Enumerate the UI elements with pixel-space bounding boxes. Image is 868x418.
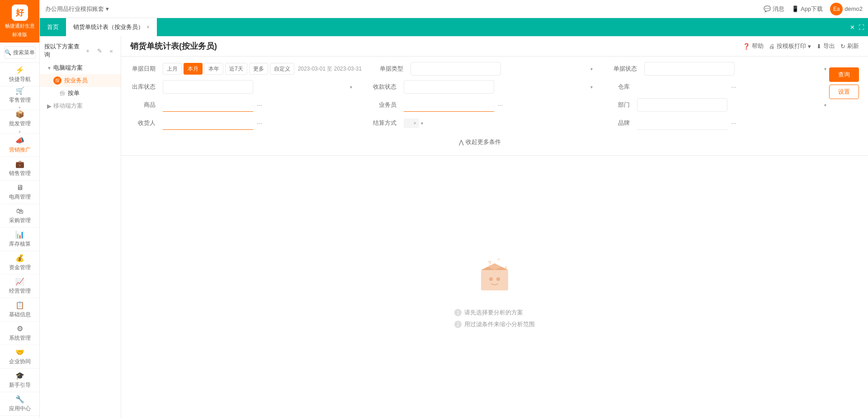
goods-input[interactable] [163,98,253,112]
doc-status-select[interactable] [644,62,735,76]
payment-status-select-wrap: ▾ [404,80,596,94]
sidebar-item-purchase[interactable]: 🛍 采购管理 [0,204,39,228]
payment-status-select[interactable] [404,80,494,94]
logo-text: 畅捷通好生意 [5,23,35,29]
date-btn-this-year[interactable]: 本年 [204,63,223,75]
brand-input[interactable] [637,116,727,130]
help-button[interactable]: ❓ 帮助 [743,42,764,50]
tab-home[interactable]: 首页 [40,18,66,36]
page-actions: ❓ 帮助 🖨 按模板打印 ▾ ⬇ 导出 ↻ 刷新 [743,42,859,50]
out-status-dropdown-icon: ▾ [350,85,352,90]
expand-right-icon: ▶ [47,103,52,109]
receiver-dots[interactable]: ··· [257,119,262,127]
topbar-left: 办公用品行业模拟账套 ▾ [45,5,109,13]
doc-type-select[interactable] [410,62,501,76]
panel-actions: + ✎ « [83,46,116,56]
warehouse-dots[interactable]: ··· [731,83,736,90]
app-download-button[interactable]: 📱 App下载 [792,5,823,13]
scheme-icon: 按 [53,76,61,85]
date-btn-more[interactable]: 更多 [249,63,268,75]
warehouse-input[interactable] [637,80,727,94]
department-select[interactable] [637,98,727,112]
company-selector[interactable]: 办公用品行业模拟账套 ▾ [45,5,109,13]
search-icon: 🔍 [5,49,11,56]
sidebar-item-wechat[interactable]: 💬 企业微信 [0,416,39,418]
department-select-wrap: ▾ [637,98,829,112]
search-menu-button[interactable]: 🔍 搜索菜单 [4,46,36,59]
sidebar: 好 畅捷通好生意 标准版 🔍 搜索菜单 ⚡ 快捷导航 🛒 零售管理 ▼ 📦 批发… [0,0,40,418]
tree-subchild-by-doc[interactable]: 份 按单 [40,87,121,100]
right-content: 销货单统计表(按业务员) ❓ 帮助 🖨 按模板打印 ▾ ⬇ 导出 [121,36,868,418]
maximize-icon[interactable]: ⛶ [859,24,864,31]
sidebar-item-apps[interactable]: 🔧 应用中心 [0,392,39,416]
page-header: 销货单统计表(按业务员) ❓ 帮助 🖨 按模板打印 ▾ ⬇ 导出 [121,36,868,57]
tree-item-desktop[interactable]: ▼ 电脑端方案 [40,62,121,74]
finance-icon: 💰 [15,254,24,262]
brand-dots[interactable]: ··· [731,119,736,127]
print-button[interactable]: 🖨 按模板打印 ▾ [769,42,811,50]
company-name: 办公用品行业模拟账套 [45,5,104,13]
date-label: 单据日期 [130,65,156,73]
tree-section-mobile: ▶ 移动端方案 [40,100,121,112]
main-area: 办公用品行业模拟账套 ▾ 💬 消息 📱 App下载 Ea demo2 首页 销货… [40,0,868,418]
sidebar-item-system[interactable]: ⚙ 系统管理 [0,322,39,345]
empty-hint-2: 2 用过滤条件来缩小分析范围 [454,320,535,328]
sidebar-logo[interactable]: 好 畅捷通好生意 标准版 [0,0,39,43]
sidebar-item-retail[interactable]: 🛒 零售管理 ▼ [0,86,39,110]
system-icon: ⚙ [17,324,23,333]
message-button[interactable]: 💬 消息 [764,5,784,13]
export-button[interactable]: ⬇ 导出 [816,42,835,50]
svg-point-7 [482,276,484,278]
edit-scheme-button[interactable]: ✎ [94,46,104,56]
receiver-group: ··· [163,116,355,130]
sidebar-item-sales[interactable]: 💼 销售管理 [0,157,39,180]
salesperson-dots[interactable]: ··· [498,101,503,109]
settlement-select-wrap: × ▾ [404,119,596,128]
close-window-icon[interactable]: ✕ [850,24,855,31]
filter-row-3: 商品 ··· 业务员 ··· 部门 [130,98,829,112]
date-btn-this-month[interactable]: 本月 [184,63,203,75]
receiver-input[interactable] [163,116,253,130]
add-icon: + [86,48,90,54]
date-btn-custom[interactable]: 自定义 [270,63,294,75]
sidebar-item-wholesale[interactable]: 📦 批发管理 ▲ [0,110,39,133]
newbie-icon: 🎓 [15,371,24,380]
print-icon: 🖨 [769,43,775,50]
refresh-button[interactable]: ↻ 刷新 [840,42,859,50]
salesperson-input[interactable] [404,98,494,112]
date-btn-7days[interactable]: 近7天 [225,63,247,75]
sidebar-nav: ⚡ 快捷导航 🛒 零售管理 ▼ 📦 批发管理 ▲ 📣 营销推广 💼 销售管理 🖥… [0,63,39,418]
settings-button[interactable]: 设置 [829,85,859,99]
sidebar-item-finance[interactable]: 💰 资金管理 [0,251,39,275]
enterprise-icon: 🤝 [15,348,24,356]
sidebar-item-shortcuts[interactable]: ⚡ 快捷导航 [0,63,39,86]
user-profile[interactable]: Ea demo2 [830,3,863,15]
purchase-icon: 🛍 [16,207,24,215]
sidebar-item-marketing[interactable]: 📣 营销推广 [0,133,39,157]
tab-close-icon[interactable]: × [146,24,150,30]
sidebar-item-basics[interactable]: 📋 基础信息 [0,298,39,322]
empty-illustration: ? ✦ [467,245,522,299]
help-icon: ❓ [743,43,750,50]
sidebar-item-inventory[interactable]: 📊 库存核算 [0,228,39,251]
collapse-panel-button[interactable]: « [106,46,116,56]
tree-child-by-salesperson[interactable]: 按 按业务员 [40,74,121,87]
add-scheme-button[interactable]: + [83,46,93,56]
query-button[interactable]: 查询 [829,67,859,82]
tab-sales-stats[interactable]: 销货单统计表（按业务员） × [66,18,157,36]
panel-title: 按以下方案查询 [44,43,83,59]
collapse-button[interactable]: ⋀ 收起更多条件 [459,138,501,146]
wholesale-icon: 📦 [15,110,24,119]
sidebar-item-ecommerce[interactable]: 🖥 电商管理 [0,180,39,204]
date-btn-last-month[interactable]: 上月 [163,63,182,75]
settlement-tag-close[interactable]: × [414,121,416,126]
sidebar-item-newbie[interactable]: 🎓 新手引导 [0,369,39,392]
empty-hint-1: 1 请先选择要分析的方案 [454,309,535,317]
sidebar-item-enterprise[interactable]: 🤝 企业协同 [0,345,39,369]
sidebar-item-operations[interactable]: 📈 经营管理 [0,275,39,298]
svg-point-8 [489,277,493,281]
warehouse-label: 仓库 [612,83,630,91]
out-status-select[interactable] [163,80,253,94]
tree-item-mobile[interactable]: ▶ 移动端方案 [40,100,121,112]
goods-dots[interactable]: ··· [257,101,262,109]
